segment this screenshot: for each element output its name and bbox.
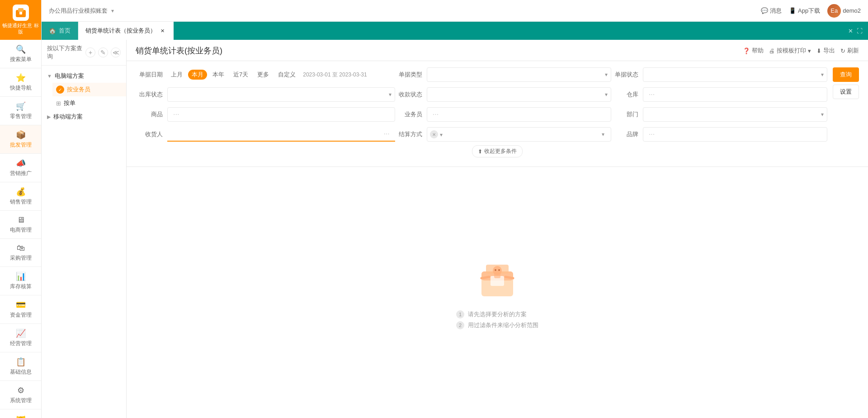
logo: 畅捷通好生意 标版 <box>0 0 41 40</box>
template-print-button[interactable]: 🖨 按模板打印 ▾ <box>769 47 811 55</box>
step1-text: 请先选择要分析的方案 <box>468 310 527 318</box>
doc-status-select-wrapper <box>643 67 827 82</box>
app-download-button[interactable]: 📱 App下载 <box>789 7 820 15</box>
tab-home[interactable]: 🏠 首页 <box>42 22 78 40</box>
out-status-label: 出库状态 <box>136 90 167 99</box>
doc-status-label: 单据状态 <box>611 71 643 79</box>
sidebar-item-label: 搜索菜单 <box>10 56 32 63</box>
template-print-label: 按模板打印 <box>777 47 806 55</box>
settings-button[interactable]: 设置 <box>833 85 859 99</box>
sidebar-item-operations[interactable]: 📈 经营管理 <box>0 324 41 352</box>
close-window-icon[interactable]: ✕ <box>848 28 853 34</box>
goods-input-wrapper: ··· <box>167 107 395 122</box>
filter-doc-status-item: 单据状态 <box>611 67 827 82</box>
tree-item-desktop[interactable]: ▼ 电脑端方案 <box>42 69 126 83</box>
brand-dots[interactable]: ··· <box>646 130 657 138</box>
sidebar-item-basic[interactable]: 📋 基础信息 <box>0 352 41 381</box>
tree-sub-item-salesperson[interactable]: ✓ 按业务员 <box>52 83 126 96</box>
filter-settlement-item: 结算方式 ✕ ▾ <box>395 127 611 142</box>
sidebar-item-marketing[interactable]: 📣 营销推广 <box>0 154 41 182</box>
doc-type-select[interactable] <box>427 67 611 82</box>
settlement-dropdown-icon[interactable]: ▾ <box>440 132 443 138</box>
help-button[interactable]: ❓ 帮助 <box>743 47 764 55</box>
sidebar-item-enterprise[interactable]: 🤝 企业协同 <box>0 409 41 418</box>
sidebar-item-label: 销售管理 <box>10 198 32 206</box>
quick-nav-icon: ⭐ <box>16 73 26 83</box>
sidebar-item-label: 零售管理 <box>10 113 32 120</box>
goods-dots[interactable]: ··· <box>170 110 182 119</box>
brand-input-wrapper: ··· <box>643 127 827 142</box>
tab-sales-stats[interactable]: 销货单统计表（按业务员） ✕ <box>78 22 174 40</box>
sidebar-item-finance[interactable]: 💳 资金管理 <box>0 295 41 324</box>
date-option-last-month[interactable]: 上月 <box>167 70 186 80</box>
sidebar-item-label: 营销推广 <box>10 170 32 177</box>
maximize-icon[interactable]: ⛶ <box>857 28 863 34</box>
left-panel-title: 按以下方案查询 <box>47 44 85 61</box>
empty-step-1: 1 请先选择要分析的方案 <box>456 310 538 318</box>
department-select[interactable] <box>643 107 827 122</box>
date-label: 单据日期 <box>136 71 167 79</box>
collapse-panel-button[interactable]: ≪ <box>111 48 121 57</box>
sales-icon: 💰 <box>16 187 26 197</box>
date-option-this-month[interactable]: 本月 <box>188 70 207 80</box>
brand-label: 品牌 <box>611 130 643 138</box>
sidebar-item-ecommerce[interactable]: 🖥 电商管理 <box>0 211 41 239</box>
date-option-7days[interactable]: 近7天 <box>230 70 252 80</box>
receipt-status-select-wrapper <box>427 87 611 102</box>
page-actions: ❓ 帮助 🖨 按模板打印 ▾ ⬇ 导出 ↻ 刷新 <box>743 47 859 55</box>
svg-rect-1 <box>18 8 24 12</box>
tree-item-mobile[interactable]: ▶ 移动端方案 <box>42 110 126 124</box>
inventory-icon: 📊 <box>16 271 26 281</box>
tab-sales-stats-label: 销货单统计表（按业务员） <box>85 27 156 35</box>
wholesale-icon: 📦 <box>16 130 26 140</box>
user-menu[interactable]: Ea demo2 <box>827 4 861 18</box>
empty-state: 1 请先选择要分析的方案 2 用过滤条件来缩小分析范围 <box>456 253 538 332</box>
out-status-select[interactable] <box>167 87 395 102</box>
settlement-clear-button[interactable]: ✕ <box>430 130 438 138</box>
message-label: 消息 <box>770 7 782 15</box>
receiver-input[interactable] <box>170 127 381 141</box>
salesperson-dots[interactable]: ··· <box>430 110 441 119</box>
sidebar-item-inventory[interactable]: 📊 库存核算 <box>0 267 41 295</box>
sidebar-item-search[interactable]: 🔍 搜索菜单 <box>0 40 41 68</box>
filter-goods-item: 商品 ··· <box>136 107 395 122</box>
date-option-custom[interactable]: 自定义 <box>274 70 299 80</box>
sidebar-item-sales[interactable]: 💰 销售管理 <box>0 182 41 211</box>
query-button[interactable]: 查询 <box>833 67 859 82</box>
enterprise-icon: 🤝 <box>16 414 26 418</box>
edit-scheme-button[interactable]: ✎ <box>98 48 108 57</box>
sidebar-item-purchase[interactable]: 🛍 采购管理 <box>0 239 41 267</box>
receiver-dots[interactable]: ··· <box>381 130 392 138</box>
topbar-dropdown-icon[interactable]: ▾ <box>111 8 114 14</box>
sidebar-item-label: 库存核算 <box>10 283 32 290</box>
filter-brand-item: 品牌 ··· <box>611 127 827 142</box>
step1-circle: 1 <box>456 310 464 318</box>
sidebar-item-label: 批发管理 <box>10 141 32 149</box>
filter-receipt-status-item: 收款状态 <box>395 87 611 102</box>
tab-close-button[interactable]: ✕ <box>159 27 166 34</box>
sidebar-item-label: 采购管理 <box>10 254 32 262</box>
sidebar-item-wholesale[interactable]: 📦 批发管理 <box>0 125 41 154</box>
sidebar-item-quick-nav[interactable]: ⭐ 快捷导航 <box>0 68 41 97</box>
add-scheme-button[interactable]: + <box>85 48 95 57</box>
system-icon: ⚙ <box>17 385 24 395</box>
tree-sub-item-order[interactable]: ⊞ 按单 <box>52 96 126 110</box>
message-icon: 💬 <box>761 7 768 14</box>
refresh-button[interactable]: ↻ 刷新 <box>840 47 859 55</box>
doc-status-select[interactable] <box>643 67 827 82</box>
table-area: 1 请先选择要分析的方案 2 用过滤条件来缩小分析范围 <box>127 167 868 418</box>
salesperson-input-wrapper: ··· <box>427 107 611 122</box>
warehouse-dots[interactable]: ··· <box>646 90 657 99</box>
date-option-more[interactable]: 更多 <box>254 70 273 80</box>
sidebar-item-system[interactable]: ⚙ 系统管理 <box>0 381 41 409</box>
print-icon: 🖨 <box>769 48 775 54</box>
purchase-icon: 🛍 <box>17 243 25 253</box>
message-button[interactable]: 💬 消息 <box>761 7 782 15</box>
receipt-status-select[interactable] <box>427 87 611 102</box>
sidebar-item-label: 电商管理 <box>10 226 32 234</box>
export-button[interactable]: ⬇ 导出 <box>816 47 835 55</box>
topbar: 办公用品行业模拟账套 ▾ 💬 消息 📱 App下载 Ea demo2 <box>42 0 868 22</box>
collapse-button[interactable]: ⬆ 收起更多条件 <box>472 145 523 157</box>
date-option-this-year[interactable]: 本年 <box>209 70 228 80</box>
sidebar-item-retail[interactable]: 🛒 零售管理 <box>0 97 41 125</box>
